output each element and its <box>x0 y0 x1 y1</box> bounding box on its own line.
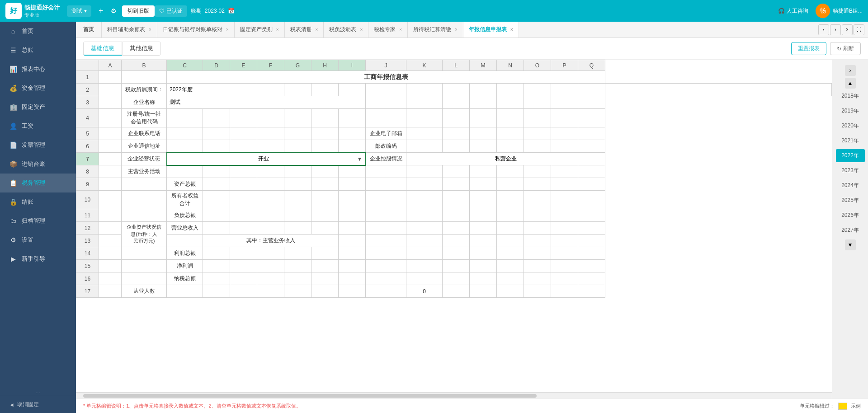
cell-9-g[interactable] <box>284 178 311 191</box>
cell-10-b[interactable] <box>122 191 167 209</box>
cell-3-l[interactable] <box>443 96 470 109</box>
cell-16-c[interactable]: 纳税总额 <box>167 272 203 285</box>
cell-6-q[interactable] <box>578 140 605 153</box>
cell-2-c[interactable]: 2022年度 <box>167 84 257 96</box>
cell-9-e[interactable] <box>230 178 257 191</box>
cell-14-g[interactable] <box>284 247 311 260</box>
cell-16-h[interactable] <box>311 272 339 285</box>
cell-4-a[interactable] <box>99 109 122 127</box>
cell-14-b[interactable] <box>122 247 167 260</box>
cell-12-c[interactable]: 营业总收入 <box>167 222 203 235</box>
cell-2-f[interactable] <box>284 84 311 96</box>
cell-14-a[interactable] <box>99 247 122 260</box>
cell-13-i[interactable] <box>339 235 366 247</box>
cell-9-q[interactable] <box>578 178 605 191</box>
cell-13-l[interactable] <box>443 235 470 247</box>
col-header-q[interactable]: Q <box>578 60 605 71</box>
col-header-k[interactable]: K <box>406 60 443 71</box>
cell-11-q[interactable] <box>578 209 605 222</box>
cell-17-k[interactable]: 0 <box>406 285 443 298</box>
cell-14-h[interactable] <box>311 247 339 260</box>
cell-12-q[interactable] <box>578 222 605 235</box>
user-area[interactable]: 畅 畅捷通B组... <box>816 4 863 18</box>
cell-8-o[interactable] <box>524 165 551 178</box>
cell-15-c[interactable]: 净利润 <box>167 260 203 272</box>
cell-10-c[interactable]: 所有者权益合计 <box>167 191 203 209</box>
col-header-c[interactable]: C <box>167 60 203 71</box>
cell-13-o[interactable] <box>524 235 551 247</box>
cell-13-p[interactable] <box>551 235 578 247</box>
cell-12-p[interactable] <box>551 222 578 235</box>
cell-17-h[interactable] <box>311 285 339 298</box>
tab-prev-button[interactable]: ‹ <box>818 24 829 35</box>
cell-4-h[interactable] <box>311 109 339 127</box>
cell-17-i[interactable] <box>339 285 366 298</box>
col-header-o[interactable]: O <box>524 60 551 71</box>
cell-10-g[interactable] <box>284 191 311 209</box>
cell-2-k[interactable] <box>443 84 470 96</box>
cell-1-a[interactable] <box>99 71 122 84</box>
cell-16-n[interactable] <box>497 272 524 285</box>
cell-11-k[interactable] <box>406 209 443 222</box>
cell-10-j[interactable] <box>366 191 406 209</box>
cell-12-i[interactable] <box>339 222 366 235</box>
cell-2-i[interactable] <box>366 84 406 96</box>
cell-3-k[interactable] <box>406 96 443 109</box>
cell-8-q[interactable] <box>578 165 605 178</box>
cell-11-c[interactable]: 负债总额 <box>167 209 203 222</box>
cell-16-q[interactable] <box>578 272 605 285</box>
close-tab-5-icon[interactable]: × <box>360 27 363 32</box>
cell-14-o[interactable] <box>524 247 551 260</box>
cell-15-b[interactable] <box>122 260 167 272</box>
cell-13-d[interactable]: 其中：主营业务收入 <box>203 235 339 247</box>
tab-annual-report[interactable]: 年报信息申报表 × <box>463 22 519 38</box>
cell-6-p[interactable] <box>551 140 578 153</box>
cell-4-d[interactable] <box>203 109 230 127</box>
cell-3-a[interactable] <box>99 96 122 109</box>
cell-9-b[interactable] <box>122 178 167 191</box>
cell-10-o[interactable] <box>524 191 551 209</box>
cell-9-o[interactable] <box>524 178 551 191</box>
cell-8-b[interactable]: 主营业务活动 <box>122 165 167 178</box>
cell-5-m[interactable] <box>470 127 497 140</box>
cell-5-f[interactable] <box>257 127 284 140</box>
cell-2-l[interactable] <box>470 84 497 96</box>
cell-8-j[interactable] <box>366 165 406 178</box>
cell-2-o[interactable] <box>551 84 578 96</box>
cell-6-j[interactable]: 邮政编码 <box>366 140 406 153</box>
cell-9-c[interactable]: 资产总额 <box>167 178 203 191</box>
col-header-m[interactable]: M <box>470 60 497 71</box>
tab-selector[interactable]: 测试 ▾ <box>67 5 91 17</box>
cell-17-e[interactable] <box>230 285 257 298</box>
cell-3-c[interactable]: 测试 <box>167 96 366 109</box>
year-2023-btn[interactable]: 2023年 <box>836 164 865 177</box>
cell-3-j[interactable] <box>366 96 406 109</box>
year-2024-btn[interactable]: 2024年 <box>836 179 865 192</box>
col-header-p[interactable]: P <box>551 60 578 71</box>
settings-button[interactable]: ⚙ <box>109 7 118 14</box>
cell-4-o[interactable] <box>524 109 551 127</box>
sidebar-item-purchase[interactable]: 📦 进销台账 <box>0 155 76 174</box>
sidebar-item-wages[interactable]: 👤 工资 <box>0 117 76 136</box>
cell-4-b[interactable]: 注册号/统一社会信用代码 <box>122 109 167 127</box>
cell-9-m[interactable] <box>470 178 497 191</box>
cell-12-g[interactable] <box>284 222 311 235</box>
cell-3-m[interactable] <box>470 96 497 109</box>
cell-12-o[interactable] <box>524 222 551 235</box>
cell-14-e[interactable] <box>230 247 257 260</box>
cell-17-p[interactable] <box>551 285 578 298</box>
col-header-l[interactable]: L <box>443 60 470 71</box>
cell-8-n[interactable] <box>497 165 524 178</box>
cell-11-d[interactable] <box>203 209 230 222</box>
cell-16-b[interactable] <box>122 272 167 285</box>
cell-4-g[interactable] <box>284 109 311 127</box>
cell-11-g[interactable] <box>284 209 311 222</box>
cell-10-i[interactable] <box>339 191 366 209</box>
add-tab-button[interactable]: + <box>97 6 105 16</box>
cell-10-d[interactable] <box>203 191 230 209</box>
sidebar-item-ledger[interactable]: ☰ 总账 <box>0 41 76 60</box>
cell-13-q[interactable] <box>578 235 605 247</box>
close-tab-7-icon[interactable]: × <box>455 27 458 32</box>
cell-10-m[interactable] <box>470 191 497 209</box>
cell-17-q[interactable] <box>578 285 605 298</box>
